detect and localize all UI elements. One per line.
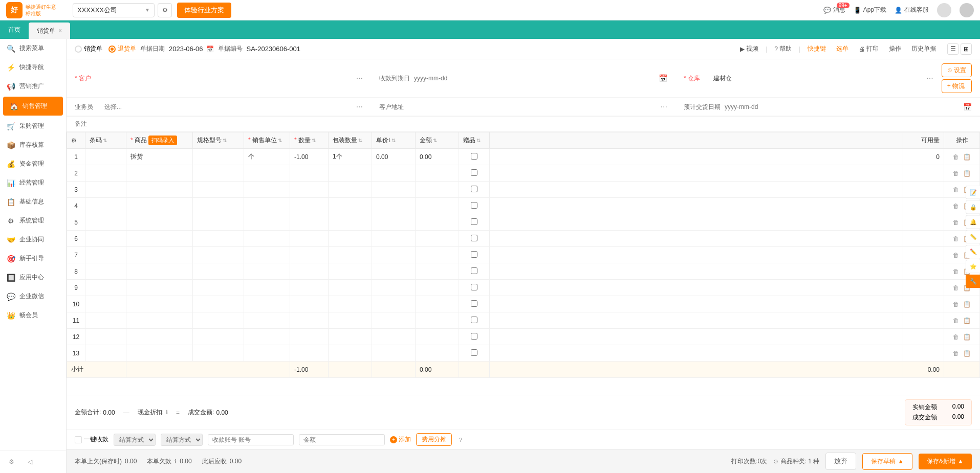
row-amount[interactable] — [416, 182, 459, 198]
row-unit[interactable]: 个 — [244, 149, 290, 165]
calendar-icon[interactable]: 📅 — [206, 46, 214, 53]
row-unit[interactable] — [244, 182, 290, 198]
gift-checkbox[interactable] — [471, 186, 477, 192]
row-unit[interactable] — [244, 165, 290, 182]
row-amount[interactable] — [416, 312, 459, 329]
row-price[interactable] — [372, 214, 416, 231]
abandon-btn[interactable]: 放弃 — [825, 453, 856, 470]
delete-icon[interactable]: 🗑 — [953, 219, 959, 226]
sidebar-item-apps[interactable]: 🔲 应用中心 — [0, 268, 66, 287]
row-amount[interactable] — [416, 214, 459, 231]
sidebar-item-guide[interactable]: 🎯 新手引导 — [0, 249, 66, 268]
row-spec[interactable] — [193, 165, 244, 182]
row-unit[interactable] — [244, 296, 290, 312]
row-spec[interactable] — [193, 214, 244, 231]
logistics-action-btn[interactable]: + 物流 — [942, 79, 972, 93]
settings-icon[interactable]: ⚙ — [158, 3, 172, 17]
print-btn[interactable]: 🖨 打印 — [856, 43, 882, 55]
gift-checkbox[interactable] — [471, 267, 477, 274]
row-qty[interactable] — [290, 296, 329, 312]
history-btn[interactable]: 历史单据 — [908, 43, 939, 55]
avatar2[interactable] — [960, 3, 974, 17]
fee-info-icon[interactable]: ? — [459, 437, 462, 443]
sort-icon[interactable]: ⇅ — [103, 138, 107, 143]
online-service-button[interactable]: 👤 在线客服 — [895, 6, 929, 14]
row-product[interactable] — [126, 247, 193, 263]
avatar[interactable] — [937, 3, 951, 17]
row-amount[interactable] — [416, 296, 459, 312]
list-view-btn[interactable]: ☰ — [947, 43, 959, 55]
copy-icon[interactable]: 📋 — [963, 170, 971, 177]
expected-calendar-icon[interactable]: 📅 — [963, 103, 972, 111]
customer-dots-icon[interactable]: ··· — [356, 74, 363, 83]
warehouse-value[interactable]: 建材仓 — [713, 74, 922, 83]
tab-sale-order[interactable]: 销货单 × — [29, 22, 70, 39]
gift-checkbox[interactable] — [471, 349, 477, 356]
help-btn[interactable]: ? 帮助 — [771, 43, 795, 55]
float-btn-6[interactable]: ⭐ — [966, 259, 980, 273]
sidebar-item-search[interactable]: 🔍 搜索菜单 — [0, 39, 66, 58]
row-spec[interactable] — [193, 149, 244, 165]
delete-icon[interactable]: 🗑 — [953, 350, 959, 357]
float-btn-2[interactable]: 🔒 — [966, 200, 980, 214]
sidebar-item-members[interactable]: 👑 畅会员 — [0, 306, 66, 325]
row-product[interactable]: 拆货 — [126, 149, 193, 165]
row-barcode[interactable] — [85, 214, 126, 231]
delete-icon[interactable]: 🗑 — [953, 235, 959, 242]
radio-sale-order[interactable]: 销货单 — [75, 44, 102, 53]
row-pkgqty[interactable] — [329, 182, 372, 198]
qty-sort-icon[interactable]: ⇅ — [312, 138, 316, 143]
row-price[interactable] — [372, 231, 416, 247]
delete-icon[interactable]: 🗑 — [953, 333, 959, 341]
copy-icon[interactable]: 📋 — [963, 317, 971, 324]
app-download-button[interactable]: 📱 App下载 — [854, 6, 886, 14]
scan-btn[interactable]: 扫码录入 — [148, 136, 177, 145]
row-product[interactable] — [126, 312, 193, 329]
delete-icon[interactable]: 🗑 — [953, 170, 959, 177]
row-spec[interactable] — [193, 312, 244, 329]
row-amount[interactable] — [416, 231, 459, 247]
tab-home[interactable]: 首页 — [0, 20, 29, 39]
row-unit[interactable] — [244, 345, 290, 362]
pkg-sort-icon[interactable]: ⇅ — [358, 138, 362, 143]
row-gift[interactable] — [459, 263, 490, 280]
gift-checkbox[interactable] — [471, 284, 477, 290]
fee-split-btn[interactable]: 费用分摊 — [416, 433, 452, 446]
row-barcode[interactable] — [85, 149, 126, 165]
float-btn-4[interactable]: 📏 — [966, 230, 980, 243]
row-qty[interactable] — [290, 198, 329, 214]
delete-icon[interactable]: 🗑 — [953, 284, 959, 291]
row-product[interactable] — [126, 165, 193, 182]
float-btn-7[interactable]: 🔧 — [966, 274, 980, 288]
remark-input[interactable] — [100, 121, 972, 128]
row-gift[interactable] — [459, 231, 490, 247]
row-unit[interactable] — [244, 263, 290, 280]
sidebar-item-collab[interactable]: 🤝 企业协同 — [0, 230, 66, 249]
row-spec[interactable] — [193, 247, 244, 263]
row-spec[interactable] — [193, 182, 244, 198]
row-gift[interactable] — [459, 312, 490, 329]
row-amount[interactable] — [416, 198, 459, 214]
gift-checkbox[interactable] — [471, 317, 477, 323]
row-qty[interactable] — [290, 280, 329, 296]
row-gift[interactable] — [459, 280, 490, 296]
delete-icon[interactable]: 🗑 — [953, 186, 959, 193]
gift-sort-icon[interactable]: ⇅ — [476, 138, 481, 143]
sidebar-item-basics[interactable]: 📋 基础信息 — [0, 192, 66, 211]
row-amount[interactable] — [416, 263, 459, 280]
delete-icon[interactable]: 🗑 — [953, 153, 959, 161]
customer-addr-input[interactable] — [409, 103, 657, 110]
one-click-payment-checkbox[interactable]: 一键收款 — [75, 435, 108, 444]
row-gift[interactable] — [459, 182, 490, 198]
radio-return-order[interactable]: 退货单 — [108, 44, 136, 53]
float-btn-5[interactable]: ✏️ — [966, 244, 980, 258]
row-product[interactable] — [126, 263, 193, 280]
addr-dots-icon[interactable]: ··· — [661, 102, 667, 111]
row-gift[interactable] — [459, 165, 490, 182]
sidebar-item-marketing[interactable]: 📢 营销推广 — [0, 77, 66, 96]
gift-checkbox[interactable] — [471, 251, 477, 258]
th-settings[interactable]: ⚙ — [67, 132, 85, 149]
gift-checkbox[interactable] — [471, 300, 477, 307]
sidebar-item-quicknav[interactable]: ⚡ 快捷导航 — [0, 58, 66, 77]
row-gift[interactable] — [459, 296, 490, 312]
